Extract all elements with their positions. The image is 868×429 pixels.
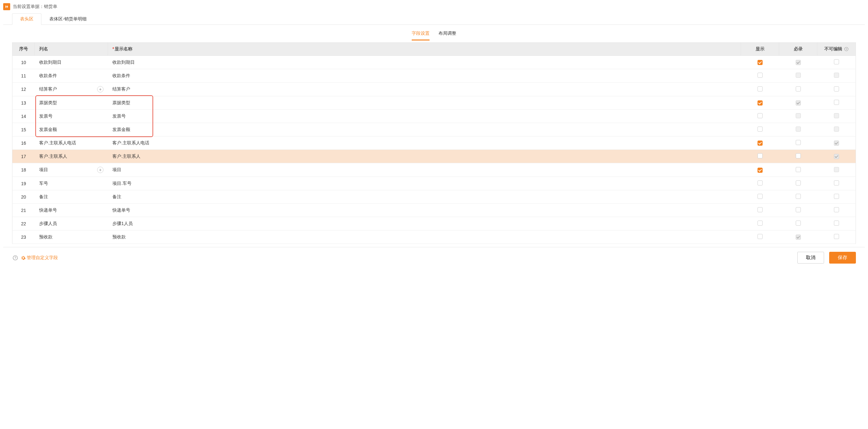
table-row[interactable]: 18项目+项目 — [12, 163, 856, 177]
col-header-display: *显示名称 — [108, 43, 741, 55]
checkbox-required[interactable] — [796, 207, 801, 212]
checkbox-required[interactable] — [796, 153, 801, 159]
cell-seq: 12 — [12, 83, 35, 95]
cell-display-name[interactable]: 步骤1人员 — [108, 218, 741, 230]
checkbox-show[interactable] — [757, 153, 763, 159]
cell-name: 车号 — [35, 177, 108, 190]
checkbox-show[interactable] — [757, 168, 763, 173]
checkbox-locked[interactable] — [834, 86, 839, 91]
checkbox-show[interactable] — [757, 86, 763, 91]
cell-show — [741, 69, 779, 82]
add-subfield-button[interactable]: + — [97, 167, 103, 173]
cell-name-text: 预收款 — [39, 234, 53, 240]
checkbox-show[interactable] — [757, 60, 763, 65]
checkbox-show[interactable] — [757, 126, 763, 132]
checkbox-locked[interactable] — [834, 234, 839, 239]
checkbox-required — [796, 73, 801, 78]
checkbox-required — [796, 235, 801, 240]
cell-name-text: 结算客户 — [39, 86, 57, 92]
checkbox-locked — [834, 141, 839, 146]
checkbox-show[interactable] — [757, 73, 763, 78]
page-title-doc: 销货单 — [44, 4, 57, 9]
checkbox-locked[interactable] — [834, 59, 839, 64]
checkbox-show[interactable] — [757, 234, 763, 239]
checkbox-required[interactable] — [796, 167, 801, 172]
checkbox-required[interactable] — [796, 221, 801, 226]
table-row[interactable]: 13票据类型票据类型 — [12, 96, 856, 110]
checkbox-required[interactable] — [796, 86, 801, 91]
svg-text:?: ? — [14, 256, 16, 260]
checkbox-required[interactable] — [796, 140, 801, 145]
table-row[interactable]: 10收款到期日收款到期日 — [12, 56, 856, 69]
cell-seq: 22 — [12, 218, 35, 230]
cell-display-name[interactable]: 客户.主联系人电话 — [108, 137, 741, 149]
table-row[interactable]: 12结算客户+结算客户 — [12, 83, 856, 96]
footer-help-icon[interactable]: ? — [13, 255, 18, 260]
cell-show — [741, 96, 779, 109]
cell-name: 快递单号 — [35, 204, 108, 217]
cell-display-name[interactable]: 客户.主联系人 — [108, 150, 741, 163]
table-row[interactable]: 20备注备注 — [12, 190, 856, 204]
cell-display-name[interactable]: 收款条件 — [108, 69, 741, 82]
table-row[interactable]: 14发票号发票号 — [12, 110, 856, 123]
checkbox-locked[interactable] — [834, 221, 839, 226]
checkbox-show[interactable] — [757, 207, 763, 212]
checkbox-locked[interactable] — [834, 180, 839, 185]
tab-header-area[interactable]: 表头区 — [12, 13, 41, 25]
save-button[interactable]: 保存 — [829, 252, 856, 264]
checkbox-locked[interactable] — [834, 207, 839, 212]
subtab-field-settings[interactable]: 字段设置 — [412, 29, 430, 40]
tab-body-area[interactable]: 表体区-销货单明细 — [41, 13, 95, 25]
table-row[interactable]: 23预收款预收款 — [12, 230, 856, 244]
cell-display-name[interactable]: 发票金额 — [108, 123, 741, 136]
cell-required — [779, 110, 817, 123]
cell-display-name[interactable]: 收款到期日 — [108, 56, 741, 69]
cell-display-name[interactable]: 备注 — [108, 191, 741, 203]
table-row[interactable]: 17客户.主联系人客户.主联系人 — [12, 150, 856, 163]
table-row[interactable]: 21快递单号快递单号 — [12, 204, 856, 217]
cell-display-name[interactable]: 快递单号 — [108, 204, 741, 217]
expand-panel-button[interactable] — [3, 3, 10, 10]
cell-display-name[interactable]: 预收款 — [108, 231, 741, 244]
checkbox-show[interactable] — [757, 221, 763, 226]
cell-required — [779, 83, 817, 96]
table-row[interactable]: 22步骤人员步骤1人员 — [12, 217, 856, 230]
required-star-icon: * — [113, 46, 114, 51]
cell-locked — [817, 69, 856, 82]
cell-required — [779, 69, 817, 82]
checkbox-show[interactable] — [757, 101, 763, 106]
cell-display-name[interactable]: 项目 — [108, 164, 741, 176]
checkbox-show[interactable] — [757, 194, 763, 199]
footer-bar: ? 管理自定义字段 取消 保存 — [3, 247, 865, 268]
cell-name-text: 客户.主联系人电话 — [39, 140, 76, 146]
checkbox-required[interactable] — [796, 180, 801, 185]
subtab-layout-adjust[interactable]: 布局调整 — [438, 29, 456, 40]
table-row[interactable]: 16客户.主联系人电话客户.主联系人电话 — [12, 136, 856, 150]
add-subfield-button[interactable]: + — [97, 86, 103, 92]
cell-display-name[interactable]: 结算客户 — [108, 83, 741, 96]
checkbox-show[interactable] — [757, 113, 763, 118]
table-row[interactable]: 11收款条件收款条件 — [12, 69, 856, 83]
cancel-button[interactable]: 取消 — [797, 252, 824, 264]
cell-seq: 18 — [12, 164, 35, 176]
cell-display-name[interactable]: 发票号 — [108, 110, 741, 123]
table-row[interactable]: 19车号项目.车号 — [12, 177, 856, 190]
checkbox-show[interactable] — [757, 180, 763, 185]
manage-custom-fields-link[interactable]: 管理自定义字段 — [21, 255, 58, 261]
cell-required — [779, 190, 817, 203]
table-row[interactable]: 15发票金额发票金额 — [12, 123, 856, 136]
cell-display-name[interactable]: 票据类型 — [108, 96, 741, 109]
table-header: 序号 列名 *显示名称 显示 必录 不可编辑 ? — [12, 42, 856, 56]
cell-name-text: 收款到期日 — [39, 60, 61, 65]
cell-name: 步骤人员 — [35, 218, 108, 230]
checkbox-required[interactable] — [796, 194, 801, 199]
cell-name-text: 收款条件 — [39, 73, 57, 79]
cell-locked — [817, 123, 856, 136]
checkbox-locked[interactable] — [834, 194, 839, 199]
checkbox-show[interactable] — [757, 141, 763, 146]
help-icon[interactable]: ? — [844, 47, 848, 51]
cell-display-name[interactable]: 项目.车号 — [108, 177, 741, 190]
cell-show — [741, 110, 779, 123]
checkbox-locked[interactable] — [834, 100, 839, 105]
cell-seq: 19 — [12, 177, 35, 190]
